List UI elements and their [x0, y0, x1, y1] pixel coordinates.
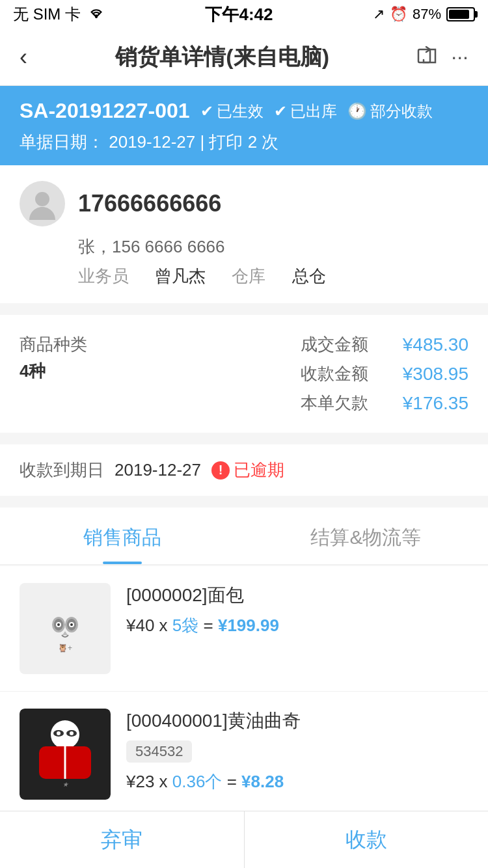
overdue-icon: !: [211, 461, 230, 480]
status-tag-shipped: ✔ 已出库: [274, 101, 337, 122]
svg-text:🦉+: 🦉+: [58, 643, 72, 653]
status-time: 下午4:42: [205, 3, 273, 26]
svg-point-21: [70, 731, 74, 735]
svg-point-20: [57, 731, 61, 735]
collect-payment-button[interactable]: 收款: [245, 811, 489, 868]
share-icon[interactable]: [417, 44, 438, 70]
header-band: SA-20191227-001 ✔ 已生效 ✔ 已出库 🕐 部分收款 单据日期：…: [0, 86, 488, 165]
warehouse-item: 仓库 总仓: [232, 265, 325, 288]
warehouse-value: 总仓: [292, 266, 326, 286]
debt-amount-row: 本单欠款 ¥176.35: [301, 392, 468, 414]
debt-amount-value: ¥176.35: [384, 393, 468, 414]
wifi-icon: [87, 5, 105, 23]
product-item: 🦉+ [0000002]面包 ¥40 x 5袋 = ¥199.99: [0, 566, 488, 692]
svg-point-11: [70, 623, 73, 626]
category-count: 4种: [20, 360, 87, 383]
overdue-text: 已逾期: [234, 459, 284, 481]
svg-point-2: [35, 192, 49, 206]
svg-text:★: ★: [62, 781, 69, 788]
product-image-2: ★: [20, 709, 111, 800]
product-title-1: 面包: [208, 585, 244, 605]
nav-actions: ···: [417, 44, 468, 70]
product-price-2: ¥23 x 0.36个 = ¥8.28: [126, 770, 468, 793]
status-tag-partial: 🕐 部分收款: [347, 101, 433, 122]
check-icon-1: ✔: [200, 102, 213, 120]
order-row: SA-20191227-001 ✔ 已生效 ✔ 已出库 🕐 部分收款: [20, 99, 468, 123]
deal-amount-row: 成交金额 ¥485.30: [301, 333, 468, 356]
customer-name: 张，156 6666 6666: [20, 236, 468, 258]
divider-1: [0, 305, 488, 315]
due-section: 收款到期日 2019-12-27 ! 已逾期: [0, 444, 488, 496]
tabs-section: 销售商品 结算&物流等: [0, 508, 488, 565]
carrier-label: 无 SIM 卡: [13, 4, 81, 25]
battery-percent: 87%: [413, 6, 441, 23]
nav-bar: ‹ 销货单详情(来自电脑) ···: [0, 29, 488, 86]
divider-2: [0, 434, 488, 444]
warehouse-label: 仓库: [232, 266, 265, 286]
tab-sales-products[interactable]: 销售商品: [0, 508, 244, 564]
avatar: [20, 181, 65, 226]
deal-amount-label: 成交金额: [301, 333, 368, 356]
back-button[interactable]: ‹: [20, 44, 27, 71]
bottom-bar: 弃审 收款: [0, 811, 488, 868]
product-image-1: 🦉+: [20, 583, 111, 674]
location-icon: ↗: [373, 6, 385, 23]
status-bar: 无 SIM 卡 下午4:42 ↗ ⏰ 87%: [0, 0, 488, 29]
svg-point-10: [57, 623, 60, 626]
product-code-1: [0000002]: [126, 585, 208, 605]
received-amount-label: 收款金额: [301, 362, 368, 385]
svg-marker-12: [62, 631, 68, 635]
status-left: 无 SIM 卡: [13, 4, 105, 25]
product-name-1: [0000002]面包: [126, 583, 468, 608]
product-tag-2: 534532: [126, 740, 192, 763]
stats-section: 商品种类 4种 成交金额 ¥485.30 收款金额 ¥308.95 本单欠款 ¥…: [0, 315, 488, 433]
received-amount-value: ¥308.95: [384, 364, 468, 385]
battery-icon: [446, 7, 475, 21]
customer-id: 17666666666: [78, 190, 221, 217]
salesperson-label: 业务员: [78, 266, 129, 286]
stats-right: 成交金额 ¥485.30 收款金额 ¥308.95 本单欠款 ¥176.35: [301, 333, 468, 414]
order-number: SA-20191227-001: [20, 99, 190, 123]
stats-left: 商品种类 4种: [20, 333, 87, 383]
product-title-2: 黄油曲奇: [228, 711, 301, 731]
received-amount-row: 收款金额 ¥308.95: [301, 362, 468, 385]
more-icon[interactable]: ···: [451, 45, 468, 69]
cancel-review-button[interactable]: 弃审: [0, 811, 245, 868]
tabs-row: 销售商品 结算&物流等: [0, 508, 488, 565]
svg-point-0: [95, 16, 98, 18]
salesperson-value: 曾凡杰: [155, 266, 206, 286]
product-name-2: [000400001]黄油曲奇: [126, 709, 468, 733]
product-info-1: [0000002]面包 ¥40 x 5袋 = ¥199.99: [126, 583, 468, 674]
customer-section: 17666666666 张，156 6666 6666 业务员 曾凡杰 仓库 总…: [0, 165, 488, 303]
product-info-2: [000400001]黄油曲奇 534532 ¥23 x 0.36个 = ¥8.…: [126, 709, 468, 800]
order-date: 2019-12-27: [109, 132, 195, 152]
check-icon-2: ✔: [274, 102, 287, 120]
tab-settlement-label: 结算&物流等: [310, 526, 421, 548]
product-item: ★ [000400001]黄油曲奇 534532 ¥23 x 0.36个 = ¥…: [0, 692, 488, 817]
deal-amount-value: ¥485.30: [384, 334, 468, 355]
tab-sales-products-label: 销售商品: [83, 526, 161, 548]
alarm-icon: ⏰: [390, 6, 407, 23]
overdue-badge: ! 已逾期: [211, 459, 284, 481]
product-code-2: [000400001]: [126, 711, 228, 731]
products-section: 🦉+ [0000002]面包 ¥40 x 5袋 = ¥199.99: [0, 566, 488, 817]
tab-settlement[interactable]: 结算&物流等: [244, 508, 488, 564]
product-price-1: ¥40 x 5袋 = ¥199.99: [126, 614, 468, 637]
due-label: 收款到期日: [20, 459, 104, 481]
customer-row: 17666666666: [20, 181, 468, 226]
category-label: 商品种类: [20, 333, 87, 356]
due-date-value: 2019-12-27: [115, 460, 201, 480]
status-right: ↗ ⏰ 87%: [373, 6, 475, 23]
divider-3: [0, 497, 488, 508]
page-title: 销货单详情(来自电脑): [115, 42, 329, 72]
debt-amount-label: 本单欠款: [301, 392, 368, 414]
status-tag-active: ✔ 已生效: [200, 101, 264, 122]
clock-icon: 🕐: [347, 102, 367, 120]
salesperson-item: 业务员 曾凡杰: [78, 265, 206, 288]
customer-meta: 业务员 曾凡杰 仓库 总仓: [20, 265, 468, 288]
header-date-row: 单据日期： 2019-12-27 | 打印 2 次: [20, 131, 468, 154]
